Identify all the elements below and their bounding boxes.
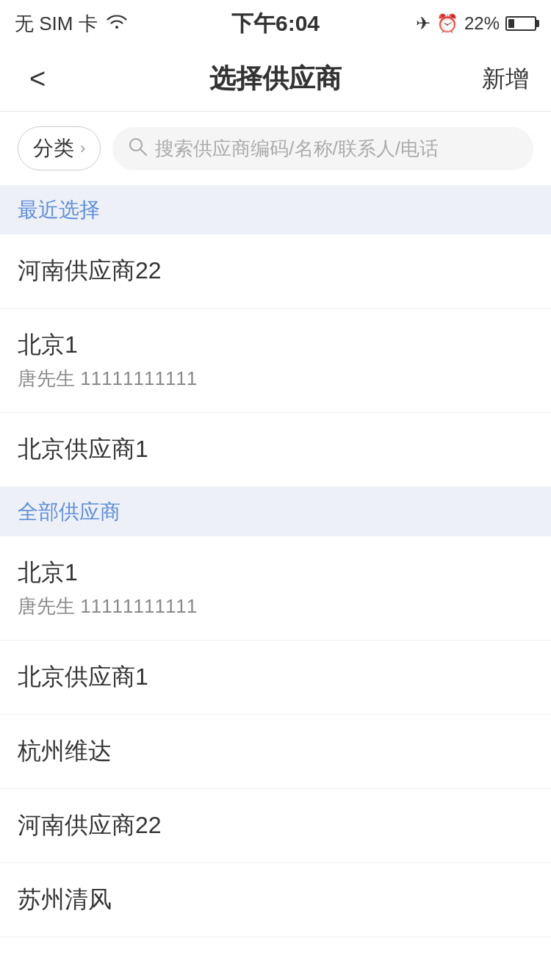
page-title: 选择供应商 bbox=[209, 61, 342, 97]
item-name: 北京供应商1 bbox=[18, 433, 533, 466]
item-name: 北京1 bbox=[18, 557, 533, 589]
list-item[interactable]: 河南供应商22 bbox=[0, 234, 551, 309]
list-item[interactable]: 北京1 唐先生 11111111111 bbox=[0, 309, 551, 413]
recent-list: 河南供应商22 北京1 唐先生 11111111111 北京供应商1 bbox=[0, 234, 551, 487]
recent-section-header: 最近选择 bbox=[0, 185, 551, 234]
svg-line-1 bbox=[141, 149, 147, 155]
list-item[interactable]: 北京供应商1 bbox=[0, 413, 551, 487]
search-icon bbox=[127, 136, 148, 162]
list-item[interactable]: 杭州维达 bbox=[0, 715, 551, 789]
battery-icon bbox=[505, 16, 536, 31]
search-input-wrapper[interactable]: 搜索供应商编码/名称/联系人/电话 bbox=[112, 127, 533, 170]
wifi-icon bbox=[105, 12, 129, 35]
category-button[interactable]: 分类 › bbox=[18, 126, 101, 170]
nav-bar: < 选择供应商 新增 bbox=[0, 47, 551, 112]
back-button[interactable]: < bbox=[22, 56, 53, 102]
recent-header-text: 最近选择 bbox=[18, 198, 100, 221]
location-icon: ✈ bbox=[416, 13, 431, 34]
alarm-icon: ⏰ bbox=[436, 13, 458, 34]
battery-pct: 22% bbox=[464, 13, 500, 34]
item-name: 杭州维达 bbox=[18, 735, 533, 768]
status-bar: 无 SIM 卡 下午6:04 ✈ ⏰ 22% bbox=[0, 0, 551, 47]
list-item[interactable]: 北京供应商1 bbox=[0, 641, 551, 715]
all-header-text: 全部供应商 bbox=[18, 500, 120, 523]
chevron-right-icon: › bbox=[80, 139, 85, 158]
add-button[interactable]: 新增 bbox=[482, 63, 529, 96]
search-area: 分类 › 搜索供应商编码/名称/联系人/电话 bbox=[0, 112, 551, 185]
item-name: 河南供应商22 bbox=[18, 810, 533, 842]
item-sub: 唐先生 11111111111 bbox=[18, 366, 533, 392]
item-sub: 唐先生 11111111111 bbox=[18, 594, 533, 619]
all-list: 北京1 唐先生 11111111111 北京供应商1 杭州维达 河南供应商22 … bbox=[0, 536, 551, 937]
all-section-header: 全部供应商 bbox=[0, 487, 551, 536]
svg-point-0 bbox=[130, 139, 142, 151]
list-item[interactable]: 苏州清风 bbox=[0, 863, 551, 937]
status-right: ✈ ⏰ 22% bbox=[416, 13, 536, 34]
list-item[interactable]: 河南供应商22 bbox=[0, 789, 551, 863]
item-name: 北京供应商1 bbox=[18, 661, 533, 693]
status-time: 下午6:04 bbox=[231, 9, 320, 39]
category-label: 分类 bbox=[33, 134, 74, 162]
item-name: 苏州清风 bbox=[18, 884, 533, 916]
item-name: 河南供应商22 bbox=[18, 255, 533, 287]
item-name: 北京1 bbox=[18, 329, 533, 361]
list-item[interactable]: 北京1 唐先生 11111111111 bbox=[0, 536, 551, 641]
status-left: 无 SIM 卡 bbox=[15, 11, 129, 37]
search-placeholder-text: 搜索供应商编码/名称/联系人/电话 bbox=[155, 136, 439, 162]
carrier-text: 无 SIM 卡 bbox=[15, 11, 98, 37]
